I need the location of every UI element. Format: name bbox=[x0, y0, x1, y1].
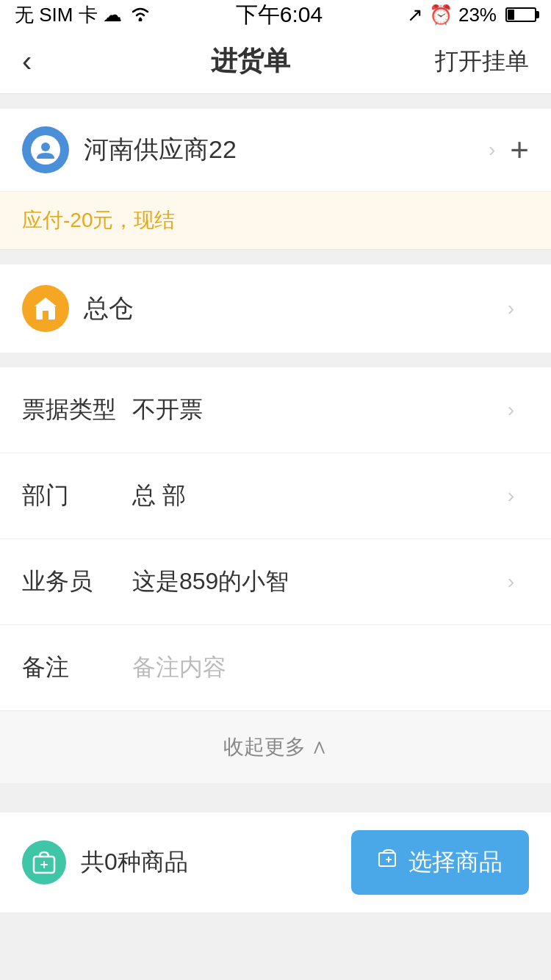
status-left: 无 SIM 卡 ☁ bbox=[15, 2, 151, 28]
department-chevron-icon: › bbox=[508, 484, 514, 508]
svg-point-1 bbox=[41, 143, 50, 151]
nav-bar: ‹ 进货单 打开挂单 bbox=[0, 29, 551, 94]
department-label: 部门 bbox=[22, 480, 125, 512]
remark-input[interactable]: 备注内容 bbox=[132, 652, 529, 684]
alert-banner: 应付-20元，现结 bbox=[0, 192, 551, 250]
status-bar: 无 SIM 卡 ☁ 下午6:04 ↗ ⏰ 23% bbox=[0, 0, 551, 29]
open-pending-button[interactable]: 打开挂单 bbox=[435, 46, 529, 78]
page-background bbox=[0, 912, 551, 980]
warehouse-icon bbox=[22, 285, 69, 332]
products-count: 共0种商品 bbox=[81, 846, 351, 879]
status-time: 下午6:04 bbox=[236, 0, 323, 30]
supplier-name: 河南供应商22 bbox=[84, 133, 489, 167]
products-row: 共0种商品 选择商品 bbox=[0, 813, 551, 912]
section-gap-1 bbox=[0, 250, 551, 264]
form-section: 票据类型 不开票 › 部门 总 部 › 业务员 这是859的小智 › 备注 备注… bbox=[0, 367, 551, 710]
remark-row[interactable]: 备注 备注内容 bbox=[0, 625, 551, 710]
department-row[interactable]: 部门 总 部 › bbox=[0, 453, 551, 539]
invoice-type-value: 不开票 bbox=[132, 394, 508, 426]
salesperson-value: 这是859的小智 bbox=[132, 566, 508, 598]
select-product-label: 选择商品 bbox=[408, 846, 503, 879]
salesperson-row[interactable]: 业务员 这是859的小智 › bbox=[0, 539, 551, 625]
supplier-section: 河南供应商22 › + 应付-20元，现结 bbox=[0, 109, 551, 250]
warehouse-section: 总仓 › bbox=[0, 264, 551, 353]
section-gap-2 bbox=[0, 783, 551, 798]
avatar-inner bbox=[31, 135, 60, 165]
battery-icon bbox=[505, 7, 536, 22]
salesperson-chevron-icon: › bbox=[508, 570, 514, 594]
warehouse-chevron-icon: › bbox=[508, 297, 514, 320]
remark-label: 备注 bbox=[22, 652, 125, 684]
collapse-button[interactable]: 收起更多 ∧ bbox=[0, 710, 551, 783]
svg-marker-3 bbox=[35, 298, 57, 306]
select-product-icon bbox=[378, 849, 400, 876]
department-value: 总 部 bbox=[132, 480, 508, 512]
invoice-type-label: 票据类型 bbox=[22, 394, 125, 426]
battery-percent: 23% bbox=[458, 4, 497, 26]
avatar bbox=[22, 126, 69, 173]
back-button[interactable]: ‹ bbox=[22, 45, 66, 78]
salesperson-label: 业务员 bbox=[22, 566, 125, 598]
svg-point-0 bbox=[138, 18, 142, 21]
page-title: 进货单 bbox=[211, 43, 290, 79]
section-divider-1 bbox=[0, 94, 551, 109]
svg-rect-4 bbox=[43, 311, 48, 320]
supplier-chevron-icon: › bbox=[489, 138, 495, 162]
sim-label: 无 SIM 卡 ☁ bbox=[15, 2, 122, 28]
warehouse-name: 总仓 bbox=[84, 292, 508, 325]
select-product-button[interactable]: 选择商品 bbox=[351, 830, 529, 895]
warehouse-row[interactable]: 总仓 › bbox=[0, 264, 551, 353]
alarm-icon: ⏰ bbox=[429, 4, 453, 26]
invoice-chevron-icon: › bbox=[508, 398, 514, 422]
supplier-row[interactable]: 河南供应商22 › + bbox=[0, 109, 551, 192]
wifi-icon bbox=[129, 4, 151, 26]
invoice-type-row[interactable]: 票据类型 不开票 › bbox=[0, 367, 551, 453]
location-icon: ↗ bbox=[407, 4, 423, 26]
add-supplier-button[interactable]: + bbox=[510, 134, 529, 166]
products-icon bbox=[22, 840, 66, 884]
status-right: ↗ ⏰ 23% bbox=[407, 4, 536, 26]
